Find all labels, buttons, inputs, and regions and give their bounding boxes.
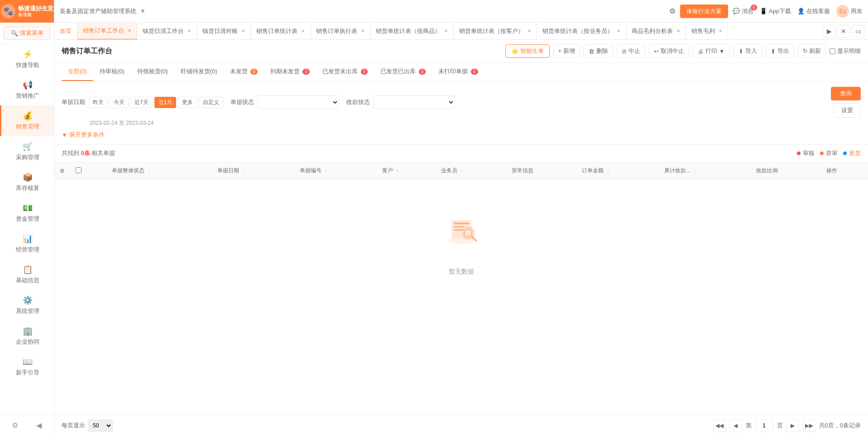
collapse-button[interactable]: ◀ [29,419,50,431]
th-staff[interactable]: 业务员 ↕ [436,162,506,180]
stop-button[interactable]: ⊘ 中止 [617,44,645,58]
sidebar-nav-item-guide[interactable]: 📖 新手引导 [0,351,54,382]
page-size-select[interactable]: 10 20 50 100 [88,419,113,432]
tab-close-sales-execution[interactable]: ✕ [361,28,364,33]
review-batch-button[interactable]: 审核 [797,149,815,157]
sidebar-nav-item-inventory[interactable]: 📦 库存核算 [0,167,54,198]
th-customer[interactable]: 客户 ↕ [377,162,436,180]
next-page-button[interactable]: ▶ [786,419,799,432]
user-action[interactable]: Ea 用友 [836,5,863,18]
status-select[interactable] [258,95,339,109]
date-range-display: 2023-02-24 至 2023-03-24 [90,119,861,127]
first-page-button[interactable]: ◀◀ [713,419,726,432]
print-icon: 🖨 [698,48,704,55]
tab-sales-workbench[interactable]: 销售订单工作台 ✕ [77,23,137,40]
expand-filter-button[interactable]: ▼ 展开更多条件 [62,131,861,139]
th-exception[interactable]: 异常信息 [506,162,576,180]
export-button[interactable]: ⬆ 导出 [766,44,794,58]
import-button[interactable]: ⬇ 导入 [734,44,762,58]
sub-tab-unshipped[interactable]: 未发货 0 [224,63,264,81]
tabs-maximize-button[interactable]: ▭ [852,25,864,38]
print-button[interactable]: 🖨 打印 ▼ [693,44,730,58]
tab-close-gross-profit[interactable]: ✕ [676,28,680,33]
industry-solution-button[interactable]: 体验行业方案 [680,5,728,18]
tabs-scroll-right-button[interactable]: ▶ [823,25,835,38]
date-btn-today[interactable]: 今天 [110,97,129,108]
tab-daily-reconcile[interactable]: 钱货日清对账 ✕ [197,23,251,40]
tab-sales-margin[interactable]: 销售毛利 ✕ [686,23,728,40]
settings-icon[interactable]: ⚙ [669,7,676,15]
tab-close-sales-by-staff[interactable]: ✕ [617,28,620,33]
ship-batch-button[interactable]: 发货 [843,149,861,157]
date-btn-yesterday[interactable]: 昨天 [89,97,108,108]
refresh-button[interactable]: ↻ 刷新 [798,44,826,58]
tab-close-sales-stats[interactable]: ✕ [301,28,305,33]
sidebar-nav-item-basic[interactable]: 📋 基础信息 [0,259,54,290]
cancel-stop-button[interactable]: ↩ 取消中止 [649,44,689,58]
th-checkbox[interactable] [70,162,106,180]
show-detail-checkbox-label[interactable]: 显示明细 [830,47,861,55]
sidebar-nav-item-marketing[interactable]: 📢 营销推广 [0,75,54,105]
chevron-down-icon: ▼ [62,132,67,138]
sidebar-nav-item-purchase[interactable]: 🛒 采购管理 [0,136,54,167]
sub-tab-shipped-not-out[interactable]: 已发货未出库 0 [316,63,374,81]
tab-sales-by-customer[interactable]: 销货单统计表（按客户） ✕ [454,23,537,40]
th-settings[interactable]: ⚙ [54,162,70,180]
date-btn-7days[interactable]: 近7天 [130,97,153,108]
tab-close-sales-workbench[interactable]: ✕ [128,28,131,33]
th-doc-date[interactable]: 单据日期 ↕ [212,162,294,180]
tab-home[interactable]: 首页 [54,23,77,40]
table-scroll[interactable]: ⚙ 单据整体状态 ↕ 单据日期 ↕ 单据编号 ↕ 客户 ↕ 业务员 ↕ 异常信息… [54,162,868,414]
date-btn-more[interactable]: 更多 [178,97,197,108]
setting-button[interactable]: 设置 [834,103,861,118]
tabs-close-button[interactable]: ✕ [837,25,850,38]
th-order-amount[interactable]: 订单金额 ↕ [576,162,659,180]
tab-sales-by-staff[interactable]: 销货单统计表（按业务员） ✕ [537,23,626,40]
th-payment-ratio[interactable]: 收款比例 [751,162,821,180]
tab-close-daily-reconcile[interactable]: ✕ [241,28,245,33]
query-button[interactable]: 查询 [831,87,861,100]
th-doc-number[interactable]: 单据编号 ↕ [294,162,377,180]
payment-select[interactable] [374,95,455,109]
delete-button[interactable]: 🗑 删除 [584,44,613,58]
tab-gross-profit[interactable]: 商品毛利分析表 ✕ [626,23,686,40]
tab-close-sales-by-product[interactable]: ✕ [444,28,448,33]
tab-sales-by-product[interactable]: 销货单统计表（按商品） ✕ [370,23,454,40]
app-download-action[interactable]: 📱 App下载 [760,7,791,15]
last-page-button[interactable]: ▶▶ [803,419,815,432]
sub-tab-shipped-out[interactable]: 已发货已出库 0 [374,63,432,81]
sidebar-nav-item-system[interactable]: ⚙️ 系统管理 [0,290,54,321]
sidebar-nav-item-sales[interactable]: 💰 销售管理 [0,105,54,136]
prev-page-button[interactable]: ◀ [729,419,742,432]
tab-close-daily-clear[interactable]: ✕ [187,28,191,33]
date-btn-1month[interactable]: 近1月 [154,97,177,108]
sub-tab-pending-inspect[interactable]: 待拣验货(0) [131,63,174,81]
sidebar-nav-item-enterprise[interactable]: 🏢 企业协同 [0,321,54,351]
message-action[interactable]: 💬 消息 6 [733,7,753,15]
show-detail-checkbox[interactable] [830,48,835,54]
online-service-action[interactable]: 👤 在线客服 [797,7,830,15]
sub-tab-overdue-unshipped[interactable]: 到期未发货 0 [264,63,316,81]
th-accumulated-payment[interactable]: 累计收款... ↕ [659,162,751,180]
date-btn-custom[interactable]: 自定义 [199,97,223,108]
th-doc-status[interactable]: 单据整体状态 ↕ [106,162,212,180]
sub-tab-all[interactable]: 全部(0) [62,63,93,81]
page-number-input[interactable] [755,419,773,432]
tab-daily-clear[interactable]: 钱货日清工作台 ✕ [137,23,197,40]
abandon-review-batch-button[interactable]: 弃审 [820,149,838,157]
sub-tab-pending-review[interactable]: 待审核(0) [93,63,131,81]
sidebar-nav-item-quick[interactable]: ⚡ 快捷导航 [0,44,54,75]
sub-tab-shop-pending[interactable]: 旺铺待发货(0) [174,63,224,81]
sub-tab-unprinted[interactable]: 未打印单据 0 [432,63,484,81]
add-button[interactable]: + 新增 [553,44,580,58]
select-all-checkbox[interactable] [76,167,82,173]
tab-close-sales-by-customer[interactable]: ✕ [528,28,531,33]
tab-close-sales-margin[interactable]: ✕ [719,28,722,33]
smart-generate-button[interactable]: ⭐ 智能生单 [505,44,550,58]
tab-sales-stats[interactable]: 销售订单统计表 ✕ [251,23,311,40]
settings-bottom-button[interactable]: ⚙ [5,419,25,431]
sidebar-nav-item-operations[interactable]: 📊 经营管理 [0,228,54,259]
tab-sales-execution[interactable]: 销售订单执行表 ✕ [311,23,370,40]
search-menu-button[interactable]: 🔍 搜索菜单 [4,26,50,40]
sidebar-nav-item-finance[interactable]: 💵 资金管理 [0,198,54,228]
